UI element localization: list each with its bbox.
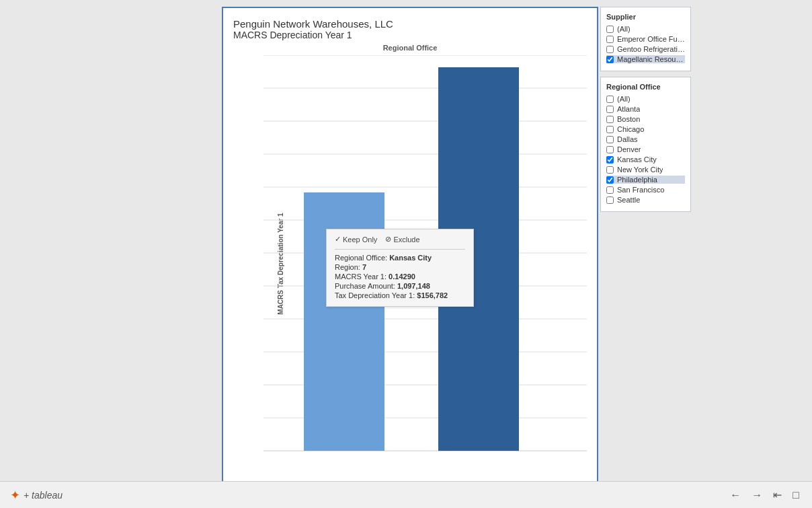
regional-san-francisco-label: San Francisco — [617, 186, 664, 194]
exclude-icon: ⊘ — [385, 235, 391, 244]
tooltip-regional-office-value: Kansas City — [389, 254, 432, 262]
regional-denver-label: Denver — [617, 145, 641, 153]
supplier-all-label: (All) — [617, 25, 631, 33]
regional-new-york-checkbox[interactable] — [606, 166, 614, 174]
supplier-emperor[interactable]: Emperor Office Furn... — [606, 35, 685, 43]
home-button[interactable]: ⇤ — [770, 487, 784, 503]
supplier-filter-title: Supplier — [606, 13, 685, 21]
tooltip-tax-value: $156,782 — [417, 291, 448, 299]
x-axis-label: Regional Office — [223, 44, 597, 52]
regional-dallas-label: Dallas — [617, 135, 638, 143]
tooltip: ✓ Keep Only ⊘ Exclude Regional Office: K… — [326, 229, 474, 307]
tooltip-region-value: 7 — [362, 263, 366, 271]
supplier-magellanic[interactable]: Magellanic Resources — [606, 55, 685, 63]
regional-philadelphia[interactable]: Philadelphia — [606, 176, 685, 184]
regional-new-york[interactable]: New York City — [606, 166, 685, 174]
tableau-logo-text: + tableau — [24, 490, 63, 501]
supplier-filter: Supplier (All) Emperor Office Furn... Ge… — [600, 7, 691, 71]
regional-chicago-label: Chicago — [617, 125, 644, 133]
supplier-all[interactable]: (All) — [606, 25, 685, 33]
supplier-magellanic-label: Magellanic Resources — [617, 55, 685, 63]
tableau-logo: ✦ + tableau — [10, 488, 63, 503]
exclude-button[interactable]: ⊘ Exclude — [385, 235, 419, 244]
regional-denver[interactable]: Denver — [606, 145, 685, 153]
regional-new-york-label: New York City — [617, 166, 663, 174]
keep-label: Keep Only — [343, 235, 377, 244]
tooltip-macrs: MACRS Year 1: 0.14290 — [335, 273, 465, 281]
tooltip-purchase-value: 1,097,148 — [397, 282, 430, 290]
regional-kansas-city-label: Kansas City — [617, 155, 657, 164]
supplier-gentoo-checkbox[interactable] — [606, 46, 614, 53]
regional-boston-checkbox[interactable] — [606, 116, 614, 123]
regional-all-checkbox[interactable] — [606, 96, 614, 103]
tableau-logo-icon: ✦ — [10, 488, 20, 503]
regional-boston[interactable]: Boston — [606, 115, 685, 123]
footer-nav: ← → ⇤ □ — [727, 487, 802, 503]
fullscreen-button[interactable]: □ — [790, 488, 802, 503]
regional-kansas-city-checkbox[interactable] — [606, 156, 614, 164]
regional-atlanta[interactable]: Atlanta — [606, 105, 685, 113]
company-name: Penguin Network Warehouses, LLC — [233, 18, 587, 30]
regional-atlanta-checkbox[interactable] — [606, 106, 614, 113]
supplier-emperor-label: Emperor Office Furn... — [617, 35, 685, 43]
regional-dallas-checkbox[interactable] — [606, 136, 614, 143]
regional-all-label: (All) — [617, 95, 631, 103]
supplier-gentoo-label: Gentoo Refrigeration — [617, 45, 685, 53]
regional-atlanta-label: Atlanta — [617, 105, 640, 113]
tooltip-macrs-value: 0.14290 — [389, 273, 415, 281]
forward-button[interactable]: → — [749, 488, 765, 503]
tooltip-divider — [335, 249, 465, 250]
checkmark-icon: ✓ — [335, 235, 341, 244]
back-button[interactable]: ← — [727, 488, 743, 503]
regional-kansas-city[interactable]: Kansas City — [606, 155, 685, 164]
regional-denver-checkbox[interactable] — [606, 146, 614, 153]
supplier-all-checkbox[interactable] — [606, 26, 614, 33]
regional-chicago[interactable]: Chicago — [606, 125, 685, 133]
tooltip-region: Region: 7 — [335, 263, 465, 271]
tooltip-regional-office: Regional Office: Kansas City — [335, 254, 465, 262]
regional-seattle[interactable]: Seattle — [606, 196, 685, 204]
regional-san-francisco[interactable]: San Francisco — [606, 186, 685, 194]
supplier-magellanic-checkbox[interactable] — [606, 56, 614, 63]
supplier-emperor-checkbox[interactable] — [606, 36, 614, 43]
regional-office-filter-title: Regional Office — [606, 83, 685, 91]
regional-philadelphia-label: Philadelphia — [617, 176, 657, 184]
tableau-footer: ✦ + tableau ← → ⇤ □ — [0, 481, 812, 508]
regional-seattle-checkbox[interactable] — [606, 196, 614, 204]
regional-chicago-checkbox[interactable] — [606, 126, 614, 133]
exclude-label: Exclude — [393, 235, 419, 244]
regional-seattle-label: Seattle — [617, 196, 640, 204]
report-name: MACRS Depreciation Year 1 — [233, 30, 587, 40]
tooltip-tax: Tax Depreciation Year 1: $156,782 — [335, 291, 465, 299]
tooltip-purchase: Purchase Amount: 1,097,148 — [335, 282, 465, 290]
regional-san-francisco-checkbox[interactable] — [606, 186, 614, 194]
regional-office-filter: Regional Office (All) Atlanta Boston Chi… — [600, 77, 691, 212]
supplier-gentoo[interactable]: Gentoo Refrigeration — [606, 45, 685, 53]
regional-dallas[interactable]: Dallas — [606, 135, 685, 143]
regional-philadelphia-checkbox[interactable] — [606, 176, 614, 184]
keep-only-button[interactable]: ✓ Keep Only — [335, 235, 377, 244]
tooltip-actions: ✓ Keep Only ⊘ Exclude — [335, 235, 465, 244]
chart-title: Penguin Network Warehouses, LLC MACRS De… — [223, 8, 597, 40]
right-panel: Supplier (All) Emperor Office Furn... Ge… — [600, 7, 691, 217]
regional-boston-label: Boston — [617, 115, 640, 123]
regional-all[interactable]: (All) — [606, 95, 685, 103]
